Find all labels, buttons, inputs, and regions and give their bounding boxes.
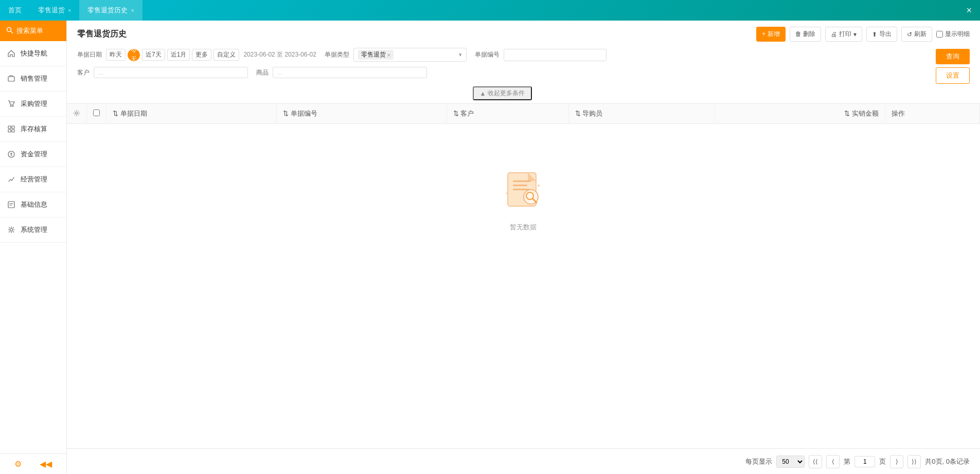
basic-info-icon	[6, 199, 16, 210]
page-title-row: 零售退货历史 + 新增 🗑 删除 🖨 打印 ▾ ⬆ 导出 ↺	[77, 27, 970, 42]
svg-point-11	[10, 229, 13, 231]
tab-bar: 首页 零售退货 × 零售退货历史 ×	[0, 0, 958, 21]
svg-point-3	[10, 105, 11, 106]
first-page-button[interactable]: ⟨⟨	[809, 455, 822, 468]
data-table: ⇅ 单据日期 ⇅ 单据编号 ⇅ 客户 ⇅ 导购员	[67, 104, 980, 273]
date-btn-7days[interactable]: 近7天	[142, 49, 165, 61]
collapse-button[interactable]: ▲ 收起更多条件	[473, 86, 532, 100]
goods-select[interactable]: ...	[273, 67, 427, 78]
page-header: 零售退货历史 + 新增 🗑 删除 🖨 打印 ▾ ⬆ 导出 ↺	[67, 21, 980, 104]
next-page-button[interactable]: ⟩	[890, 455, 903, 468]
main-layout: 搜索菜单 快捷导航 销售管理	[0, 21, 980, 474]
tab-retail-return-history[interactable]: 零售退货历史 ×	[79, 0, 142, 21]
th-amount[interactable]: ⇅ 实销金额	[715, 104, 885, 124]
sidebar-item-quick-nav[interactable]: 快捷导航	[0, 41, 66, 66]
date-btn-more[interactable]: 更多	[192, 49, 211, 61]
new-button[interactable]: + 新增	[756, 27, 785, 42]
th-doc-no[interactable]: ⇅ 单据编号	[276, 104, 447, 124]
page-size-select[interactable]: 10 20 50 100	[776, 455, 805, 468]
audio-bottom-icon[interactable]: ◀◀	[40, 459, 52, 469]
th-settings[interactable]	[67, 104, 87, 124]
top-bar: 首页 零售退货 × 零售退货历史 × ×	[0, 0, 980, 21]
sidebar-item-inventory[interactable]: 库存核算	[0, 117, 66, 142]
date-buttons: 昨天 今天 近7天 近1月 更多 自定义	[106, 49, 239, 61]
doc-no-input[interactable]	[504, 49, 607, 61]
refresh-button[interactable]: ↺ 刷新	[901, 27, 932, 42]
query-button[interactable]: 查询	[936, 49, 970, 64]
th-checkbox[interactable]	[87, 104, 106, 124]
svg-rect-2	[8, 77, 14, 81]
empty-state: 暂无数据	[67, 124, 980, 273]
print-icon: 🖨	[831, 31, 837, 38]
pagination-bar: 每页显示 10 20 50 100 ⟨⟨ ⟨ 第 页 ⟩ ⟩⟩ 共0页, 0条记…	[67, 448, 980, 474]
page-unit: 页	[879, 457, 886, 466]
sidebar-item-sales-mgmt[interactable]: 销售管理	[0, 66, 66, 92]
svg-rect-10	[8, 202, 14, 208]
customer-label: 客户	[77, 68, 90, 77]
th-guide[interactable]: ⇅ 导购员	[568, 104, 715, 124]
refresh-icon: ↺	[907, 31, 912, 38]
export-button[interactable]: ⬆ 导出	[866, 27, 897, 42]
query-settings-col: 查询 设置	[928, 48, 970, 84]
collapse-row: ▲ 收起更多条件	[77, 83, 928, 103]
tab-close-retail-return-history[interactable]: ×	[131, 7, 134, 13]
delete-button[interactable]: 🗑 删除	[790, 27, 821, 42]
th-date[interactable]: ⇅ 单据日期	[106, 104, 277, 124]
table-header-row: ⇅ 单据日期 ⇅ 单据编号 ⇅ 客户 ⇅ 导购员	[67, 104, 980, 124]
select-all-checkbox[interactable]	[93, 110, 100, 116]
doc-type-select[interactable]: 零售退货 × ▾	[353, 48, 467, 62]
sidebar-search[interactable]: 搜索菜单	[0, 21, 66, 41]
th-actions: 操作	[885, 104, 979, 124]
date-filter: 单据日期 昨天 今天 近7天 近1月 更多 自定义 2023-06-02 至 2…	[77, 49, 316, 61]
sidebar-item-operations[interactable]: 经营管理	[0, 167, 66, 192]
svg-point-20	[538, 185, 540, 187]
last-page-button[interactable]: ⟩⟩	[907, 455, 921, 468]
sidebar-item-purchase-mgmt[interactable]: 采购管理	[0, 92, 66, 117]
prev-page-button[interactable]: ⟨	[826, 455, 840, 468]
table-settings-icon[interactable]	[73, 111, 80, 118]
tab-retail-return[interactable]: 零售退货 ×	[30, 0, 79, 21]
svg-rect-5	[8, 126, 11, 129]
tab-close-retail-return[interactable]: ×	[68, 7, 71, 13]
empty-state-row: 暂无数据	[67, 124, 980, 274]
settings-bottom-icon[interactable]: ⚙	[14, 459, 22, 469]
doc-no-filter: 单据编号	[475, 49, 607, 61]
doc-type-tag: 零售退货 ×	[358, 50, 394, 60]
show-detail-checkbox-label[interactable]: 显示明细	[936, 30, 970, 39]
settings-button[interactable]: 设置	[936, 67, 970, 84]
doc-type-tag-close[interactable]: ×	[387, 52, 390, 58]
goods-filter: 商品 ...	[256, 67, 427, 78]
date-btn-yesterday[interactable]: 昨天	[106, 49, 126, 61]
total-info: 共0页, 0条记录	[925, 457, 970, 466]
page-input[interactable]	[854, 456, 875, 467]
svg-point-21	[506, 192, 508, 194]
sidebar-bottom: ⚙ ◀◀	[0, 453, 66, 474]
page-label: 第	[844, 457, 850, 466]
tab-home[interactable]: 首页	[0, 0, 30, 21]
svg-rect-15	[513, 185, 527, 186]
sidebar-item-system-mgmt[interactable]: 系统管理	[0, 217, 66, 243]
svg-point-4	[12, 105, 13, 106]
empty-text: 暂无数据	[510, 223, 537, 232]
th-customer[interactable]: ⇅ 客户	[447, 104, 568, 124]
inventory-icon	[6, 124, 16, 134]
show-detail-checkbox[interactable]	[936, 31, 943, 38]
svg-rect-16	[513, 189, 529, 190]
purchase-icon	[6, 99, 16, 109]
customer-select[interactable]: ...	[94, 67, 248, 78]
date-btn-1month[interactable]: 近1月	[167, 49, 190, 61]
table-area: ⇅ 单据日期 ⇅ 单据编号 ⇅ 客户 ⇅ 导购员	[67, 104, 980, 448]
date-label: 单据日期	[77, 50, 102, 59]
date-btn-custom[interactable]: 自定义	[213, 49, 239, 61]
system-icon	[6, 225, 16, 235]
print-button[interactable]: 🖨 打印 ▾	[825, 27, 862, 42]
goods-label: 商品	[256, 68, 269, 77]
sidebar-item-finance[interactable]: 资金管理	[0, 142, 66, 167]
customer-filter: 客户 ...	[77, 67, 248, 78]
empty-state-icon	[497, 165, 549, 216]
page-title: 零售退货历史	[77, 29, 127, 40]
operations-icon	[6, 174, 16, 185]
date-btn-today[interactable]: 今天	[128, 49, 140, 61]
window-close-button[interactable]: ×	[958, 5, 980, 16]
sidebar-item-basic-info[interactable]: 基础信息	[0, 192, 66, 217]
